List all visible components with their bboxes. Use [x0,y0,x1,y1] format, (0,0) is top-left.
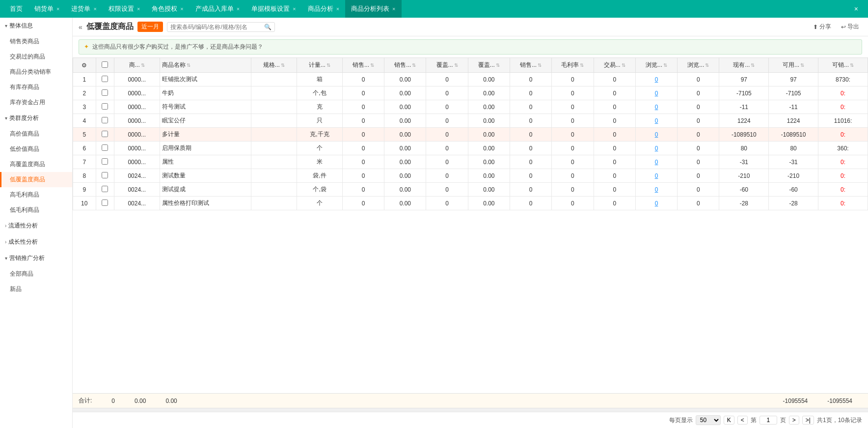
first-page-button[interactable]: K [724,416,734,425]
close-icon[interactable]: × [336,6,339,12]
cell-view1[interactable]: 0 [635,155,677,169]
cell-checkbox[interactable] [96,73,114,86]
cell-available: -1089510 [769,128,818,142]
close-icon[interactable]: × [137,6,140,12]
cell-checkbox[interactable] [96,86,114,100]
th-current-stock[interactable]: 现有...⇅ [719,58,769,73]
th-code[interactable]: 商...⇅ [114,58,160,73]
window-close-button[interactable]: × [848,5,864,13]
cell-cov2: 0.00 [468,128,510,142]
cell-spec [251,155,297,169]
sidebar-group-liquidity[interactable]: › 流通性分析 [0,218,72,234]
cell-checkbox[interactable] [96,128,114,142]
cell-checkbox[interactable] [96,169,114,183]
nav-sales-order[interactable]: 销货单 × [28,0,65,18]
cell-gross-margin: 0 [552,142,594,155]
nav-goods-analysis[interactable]: 商品分析 × [302,0,345,18]
search-input[interactable] [170,24,264,30]
th-sales-qty[interactable]: 销售...⇅ [342,58,384,73]
cell-num: 10 [73,197,96,210]
nav-product-warehouse[interactable]: 产成品入库单 × [190,0,245,18]
close-icon[interactable]: × [56,6,59,12]
time-filter-button[interactable]: 近一月 [137,22,163,32]
sidebar-item-high-coverage[interactable]: 高覆盖度商品 [0,157,72,172]
cell-view1[interactable]: 0 [635,169,677,183]
cell-checkbox[interactable] [96,100,114,114]
cell-unit: 米 [297,155,342,169]
nav-template-settings[interactable]: 单据模板设置 × [245,0,301,18]
th-sales-cnt[interactable]: 销售...⇅ [510,58,552,73]
th-view2[interactable]: 浏览...⇅ [678,58,719,73]
next-page-button[interactable]: > [789,416,799,425]
sidebar-group-growth[interactable]: › 成长性分析 [0,234,72,250]
sidebar-group-cluster[interactable]: ▾ 类群度分析 [0,110,72,126]
sidebar-item-all-goods[interactable]: 全部商品 [0,266,72,282]
th-coverage1[interactable]: 覆盖...⇅ [426,58,468,73]
cell-view1[interactable]: 0 [635,128,677,142]
page-number-input[interactable] [760,416,777,425]
nav-home[interactable]: 首页 [4,0,28,18]
sidebar-group-marketing[interactable]: ▾ 营销推广分析 [0,250,72,266]
sidebar-item-low-margin[interactable]: 低毛利商品 [0,202,72,218]
close-icon[interactable]: × [293,6,296,12]
cell-view1[interactable]: 0 [635,73,677,86]
nav-role-auth[interactable]: 角色授权 × [146,0,189,18]
close-icon[interactable]: × [180,6,183,12]
sidebar-item-sales-goods[interactable]: 销售类商品 [0,34,72,49]
cell-view1[interactable]: 0 [635,114,677,128]
sidebar-item-new-goods[interactable]: 新品 [0,282,72,297]
close-icon[interactable]: × [392,6,395,12]
cell-sales-cnt: 0 [510,169,552,183]
sidebar-collapse-button[interactable]: « [79,23,82,31]
share-button[interactable]: ⬆ 分享 [810,22,834,32]
sidebar-item-stocked-goods[interactable]: 有库存商品 [0,80,72,95]
select-all-checkbox[interactable] [102,61,108,68]
sidebar-item-inventory-capital[interactable]: 库存资金占用 [0,95,72,110]
cell-unit: 只 [297,114,342,128]
sidebar-item-low-value[interactable]: 低价值商品 [0,142,72,157]
th-gross-margin[interactable]: 毛利率⇅ [552,58,594,73]
horizontal-scrollbar[interactable] [73,408,868,412]
th-coverage2[interactable]: 覆盖...⇅ [468,58,510,73]
close-icon[interactable]: × [93,6,96,12]
th-sales-amt[interactable]: 销售...⇅ [384,58,426,73]
sidebar-item-traded-goods[interactable]: 交易过的商品 [0,49,72,64]
cell-checkbox[interactable] [96,142,114,155]
sidebar-item-category-rate[interactable]: 商品分类动销率 [0,64,72,80]
th-saleable[interactable]: 可销...⇅ [818,58,868,73]
cell-current: -60 [719,183,769,197]
sidebar-item-high-margin[interactable]: 高毛利商品 [0,187,72,202]
sidebar-group-overall[interactable]: ▾ 整体信息 [0,18,72,34]
th-trade[interactable]: 交易...⇅ [594,58,635,73]
nav-permission-settings[interactable]: 权限设置 × [103,0,146,18]
nav-goods-analysis-list[interactable]: 商品分析列表 × [345,0,401,18]
close-icon[interactable]: × [237,6,240,12]
cell-checkbox[interactable] [96,114,114,128]
sidebar-item-low-coverage[interactable]: 低覆盖度商品 [0,172,72,187]
cell-checkbox[interactable] [96,197,114,210]
cell-cov2: 0.00 [468,100,510,114]
cell-code: 0000... [114,100,160,114]
th-unit[interactable]: 计量...⇅ [297,58,342,73]
nav-purchase-order[interactable]: 进货单 × [65,0,102,18]
th-name[interactable]: 商品名称⇅ [160,58,251,73]
cell-view1[interactable]: 0 [635,86,677,100]
cell-saleable: 0: [818,197,868,210]
export-button[interactable]: ↩ 导出 [838,22,862,32]
cell-view1[interactable]: 0 [635,100,677,114]
page-size-select[interactable]: 20 50 100 [696,415,721,425]
cell-unit: 箱 [297,73,342,86]
th-available[interactable]: 可用...⇅ [769,58,818,73]
sidebar-item-high-value[interactable]: 高价值商品 [0,126,72,142]
cell-view1[interactable]: 0 [635,183,677,197]
th-checkbox[interactable] [96,58,114,73]
th-settings[interactable]: ⚙ [73,58,96,73]
th-spec[interactable]: 规格...⇅ [251,58,297,73]
cell-view1[interactable]: 0 [635,197,677,210]
last-page-button[interactable]: >| [802,416,814,425]
cell-view1[interactable]: 0 [635,142,677,155]
prev-page-button[interactable]: < [737,416,748,425]
cell-checkbox[interactable] [96,183,114,197]
th-view1[interactable]: 浏览...⇅ [635,58,677,73]
cell-checkbox[interactable] [96,155,114,169]
